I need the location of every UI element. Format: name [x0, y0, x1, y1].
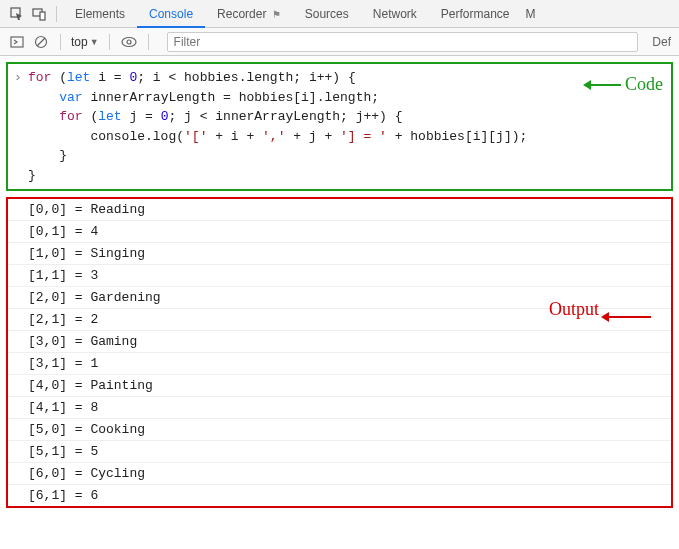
console-body: for (let i = 0; i < hobbies.length; i++)… — [0, 56, 679, 514]
arrow-left-icon — [585, 84, 621, 86]
string: '] = ' — [340, 129, 387, 144]
tab-network[interactable]: Network — [361, 0, 429, 28]
output-line: [1,0] = Singing — [8, 243, 671, 265]
clear-console-icon[interactable] — [32, 33, 50, 51]
kw-var: var — [59, 90, 82, 105]
toggle-drawer-icon[interactable] — [8, 33, 26, 51]
tab-sources[interactable]: Sources — [293, 0, 361, 28]
tab-recorder[interactable]: Recorder ⚑ — [205, 0, 293, 28]
tab-recorder-label: Recorder — [217, 7, 266, 21]
output-line: [0,0] = Reading — [8, 199, 671, 221]
device-toggle-icon[interactable] — [28, 3, 50, 25]
tab-more[interactable]: M — [522, 0, 540, 28]
svg-point-7 — [127, 40, 131, 44]
code-line: } — [28, 166, 663, 186]
context-label: top — [71, 35, 88, 49]
code-line: } — [28, 146, 663, 166]
output-line: [4,1] = 8 — [8, 397, 671, 419]
output-line: [6,1] = 6 — [8, 485, 671, 506]
output-line: [5,1] = 5 — [8, 441, 671, 463]
beta-icon: ⚑ — [272, 9, 281, 20]
output-box: [0,0] = Reading [0,1] = 4 [1,0] = Singin… — [6, 197, 673, 508]
kw-for: for — [59, 109, 82, 124]
annotation-code: Code — [585, 74, 663, 95]
separator — [109, 34, 110, 50]
devtools-tab-bar: Elements Console Recorder ⚑ Sources Netw… — [0, 0, 679, 28]
inspect-icon[interactable] — [6, 3, 28, 25]
kw-for: for — [28, 70, 51, 85]
annotation-output-label: Output — [549, 299, 599, 319]
console-toolbar: top ▼ Def — [0, 28, 679, 56]
live-expression-icon[interactable] — [120, 33, 138, 51]
svg-point-6 — [122, 37, 136, 46]
output-line: [0,1] = 4 — [8, 221, 671, 243]
annotation-code-label: Code — [625, 74, 663, 95]
default-levels-label[interactable]: Def — [652, 35, 679, 49]
string: '[' — [184, 129, 207, 144]
tab-performance[interactable]: Performance — [429, 0, 522, 28]
tab-console[interactable]: Console — [137, 0, 205, 28]
code-input-box: for (let i = 0; i < hobbies.length; i++)… — [6, 62, 673, 191]
output-line: [5,0] = Cooking — [8, 419, 671, 441]
separator — [56, 6, 57, 22]
code-line: var innerArrayLength = hobbies[i].length… — [28, 88, 663, 108]
annotation-output: Output — [549, 296, 651, 323]
string: ',' — [262, 129, 285, 144]
separator — [148, 34, 149, 50]
chevron-down-icon: ▼ — [90, 37, 99, 47]
svg-line-5 — [37, 38, 45, 46]
code-line: for (let j = 0; j < innerArrayLength; j+… — [28, 107, 663, 127]
output-line: [4,0] = Painting — [8, 375, 671, 397]
kw-let: let — [67, 70, 90, 85]
filter-input[interactable] — [167, 32, 639, 52]
output-line: [3,0] = Gaming — [8, 331, 671, 353]
code-line: for (let i = 0; i < hobbies.length; i++)… — [28, 68, 663, 88]
output-line: [6,0] = Cycling — [8, 463, 671, 485]
output-line: [3,1] = 1 — [8, 353, 671, 375]
separator — [60, 34, 61, 50]
kw-let: let — [98, 109, 121, 124]
output-line: [1,1] = 3 — [8, 265, 671, 287]
svg-rect-2 — [40, 12, 45, 20]
arrow-left-icon — [603, 316, 651, 318]
filter-wrapper — [167, 32, 639, 52]
context-selector[interactable]: top ▼ — [71, 35, 99, 49]
code-line: console.log('[' + i + ',' + j + '] = ' +… — [28, 127, 663, 147]
tab-elements[interactable]: Elements — [63, 0, 137, 28]
